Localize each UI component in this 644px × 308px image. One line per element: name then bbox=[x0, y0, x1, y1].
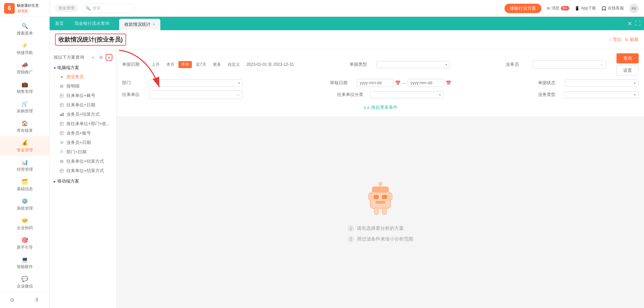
scheme-item-salesman[interactable]: ● 按业务员 bbox=[50, 72, 116, 82]
scheme-item-partner-date[interactable]: 往来单位+日期 bbox=[50, 100, 116, 110]
sidebar-item-system[interactable]: ⚙️ 系统管理 bbox=[0, 195, 49, 214]
scheme-item-label: 往来单位+账号 bbox=[66, 93, 95, 99]
svg-rect-26 bbox=[382, 195, 387, 199]
salesman-select[interactable]: ··· bbox=[533, 60, 606, 69]
scheme-settings-icon[interactable]: ⚙ bbox=[98, 54, 104, 61]
sidebar-item-search[interactable]: 🔍 搜索菜单 bbox=[0, 19, 49, 39]
scheme-item-partner-settle1[interactable]: 往来单位+结算方式 bbox=[50, 157, 116, 166]
audit-date-label: 审核日期 bbox=[330, 80, 350, 86]
sidebar-item-finance[interactable]: 💰 资金管理 bbox=[0, 136, 49, 156]
sidebar-item-guide[interactable]: 🎯 新手引导 bbox=[0, 234, 49, 253]
dept-select[interactable]: ▾ bbox=[149, 80, 243, 87]
scheme-item-label: 往来单位+结算方式 bbox=[66, 168, 104, 174]
header-left: 资金管理 🔍 搜索 bbox=[55, 4, 136, 13]
scheme-item-partner-dept[interactable]: 按往来单位+部门+收... bbox=[50, 119, 116, 129]
sidebar-item-marketing[interactable]: 📣 营销推广 bbox=[0, 58, 49, 78]
sidebar-item-operations[interactable]: 📊 经营管理 bbox=[0, 156, 49, 175]
enterprise-icon: 🤝 bbox=[21, 217, 29, 224]
date-range-display: 2023-01-01 至 2023-12-31 bbox=[247, 62, 294, 67]
biz-type-label: 业务类型 bbox=[538, 92, 558, 98]
sidebar-item-wechat[interactable]: 💬 企业微信 bbox=[0, 272, 49, 292]
date-btn-custom[interactable]: 自定义 bbox=[225, 61, 243, 68]
tab-label: 现金银行流水查询 bbox=[74, 20, 109, 27]
tab-close-icon[interactable]: × bbox=[111, 21, 114, 26]
tab-close-icon[interactable]: × bbox=[153, 22, 155, 27]
expand-icon: ▾ bbox=[54, 65, 56, 70]
svg-rect-12 bbox=[60, 122, 63, 125]
filter-row-dept: 部门 ▾ 审核日期 📅 — 📅 bbox=[122, 79, 639, 87]
close-all-tabs-icon[interactable]: ✕ bbox=[628, 20, 632, 27]
add-scheme-icon[interactable]: + bbox=[90, 54, 96, 61]
app-download-label: App下载 bbox=[581, 5, 596, 11]
app-download-button[interactable]: 📱 App下载 bbox=[575, 5, 596, 11]
svg-rect-29 bbox=[389, 193, 392, 200]
empty-steps: 1 请先选择要分析的方案 2 用过滤条件来缩小分析范围 bbox=[347, 225, 413, 247]
tab-receipts[interactable]: 收款情况统计 × bbox=[119, 19, 160, 30]
doc-status-select[interactable]: ▾ bbox=[565, 80, 639, 87]
tab-home[interactable]: 首页 bbox=[50, 17, 69, 30]
audit-date-start[interactable] bbox=[357, 79, 394, 87]
calendar-icon[interactable]: 📅 bbox=[395, 81, 400, 86]
scheme-item-label: 往来单位+日期 bbox=[66, 102, 95, 108]
scheme-item-salesman-settle[interactable]: 业务员+结算方式 bbox=[50, 110, 116, 119]
fullscreen-icon[interactable]: ⛶ bbox=[635, 20, 641, 27]
scheme-icon-bar bbox=[59, 112, 64, 117]
sidebar-item-quicknav[interactable]: ⚡ 快捷导航 bbox=[0, 39, 49, 58]
avatar[interactable]: Rit bbox=[629, 4, 639, 13]
more-icon[interactable]: ··· bbox=[600, 62, 603, 67]
sidebar-item-label: 新手引导 bbox=[17, 245, 33, 250]
partner-select[interactable]: ··· bbox=[149, 90, 243, 99]
sidebar-item-basic[interactable]: 🗂️ 基础信息 bbox=[0, 175, 49, 195]
settings-bottom-icon[interactable]: ⚙ bbox=[8, 295, 16, 305]
audit-date-end[interactable] bbox=[408, 79, 444, 87]
sidebar-item-label: 经营管理 bbox=[17, 167, 33, 172]
trial-button[interactable]: 体验行业方案 bbox=[504, 4, 541, 13]
collapse-filter-button[interactable]: ∧∧ 收起更多条件 bbox=[122, 102, 639, 112]
query-button[interactable]: 查询 bbox=[616, 53, 639, 63]
scheme-icon-gear: ⚙ bbox=[59, 140, 64, 145]
scheme-item-partner-account[interactable]: 往来单位+账号 bbox=[50, 91, 116, 100]
logo-area: 6 畅捷通好生意 标准版 bbox=[0, 0, 49, 17]
scheme-item-detail[interactable]: 按明细 bbox=[50, 82, 116, 91]
sidebar-item-inventory[interactable]: 🏠 库存核算 bbox=[0, 117, 49, 136]
top-header: 资金管理 🔍 搜索 体验行业方案 ✉ 消息 99+ 📱 App下载 🎧 在线客服 bbox=[50, 0, 644, 17]
set-button[interactable]: 设置 bbox=[616, 65, 639, 75]
online-service-button[interactable]: 🎧 在线客服 bbox=[601, 5, 624, 11]
filter-row-date: 单据日期 上月 本月 本年 近7天 更多 自定义 2023-01-01 至 bbox=[122, 53, 639, 75]
collapse-sidebar-icon[interactable]: ⏸ bbox=[32, 295, 42, 305]
scheme-item-salesman-account[interactable]: 业务员+账号 bbox=[50, 129, 116, 138]
date-btn-more[interactable]: 更多 bbox=[210, 61, 224, 68]
biz-type-select[interactable]: ▾ bbox=[565, 91, 639, 98]
sidebar-item-label: 库存核算 bbox=[17, 128, 33, 134]
sidebar-item-enterprise[interactable]: 🤝 企业协同 bbox=[0, 214, 49, 234]
messages-button[interactable]: ✉ 消息 99+ bbox=[547, 5, 569, 11]
partner-more-icon[interactable]: ··· bbox=[236, 92, 240, 97]
finance-icon: 💰 bbox=[21, 139, 29, 146]
refresh-button[interactable]: ↻ 刷新 bbox=[625, 37, 639, 43]
scheme-item-partner-settle2[interactable]: 往来单位+结算方式 bbox=[50, 166, 116, 175]
panel-actions: + ⚙ « bbox=[90, 54, 112, 61]
sidebar-item-hardware[interactable]: 💻 智能硬件 bbox=[0, 253, 49, 272]
export-button[interactable]: ↑ 导出 bbox=[609, 37, 622, 43]
date-btn-this-year[interactable]: 本年 bbox=[178, 61, 192, 68]
scheme-item-salesman-date[interactable]: ⚙ 业务员+日期 bbox=[50, 138, 116, 147]
scheme-item-label: 业务员+日期 bbox=[66, 140, 91, 146]
mobile-scheme-header[interactable]: ▸ 移动端方案 bbox=[50, 177, 116, 186]
scheme-item-dept-date[interactable]: ⏱ 部门+日期 bbox=[50, 147, 116, 157]
date-btn-this-month[interactable]: 本月 bbox=[164, 61, 177, 68]
system-icon: ⚙️ bbox=[21, 197, 29, 205]
calendar-icon-2[interactable]: 📅 bbox=[446, 81, 451, 86]
hardware-icon: 💻 bbox=[21, 256, 29, 263]
date-btn-last-month[interactable]: 上月 bbox=[149, 61, 162, 68]
tab-label: 首页 bbox=[55, 20, 64, 27]
date-btn-7days[interactable]: 近7天 bbox=[193, 61, 209, 68]
desktop-scheme-header[interactable]: ▾ 电脑端方案 bbox=[50, 63, 116, 72]
sidebar-item-purchase[interactable]: 🛒 采购管理 bbox=[0, 97, 49, 117]
partner-cat-select[interactable]: ▾ bbox=[370, 91, 444, 98]
collapse-panel-icon[interactable]: « bbox=[106, 54, 112, 61]
tab-cashflow[interactable]: 现金银行流水查询 × bbox=[69, 17, 119, 30]
sidebar-item-label: 企业协同 bbox=[17, 225, 33, 231]
doc-type-select[interactable]: ▾ bbox=[376, 61, 450, 68]
sidebar-item-sales[interactable]: 💼 销售管理 bbox=[0, 78, 49, 97]
sidebar-item-label: 资金管理 bbox=[17, 147, 33, 153]
